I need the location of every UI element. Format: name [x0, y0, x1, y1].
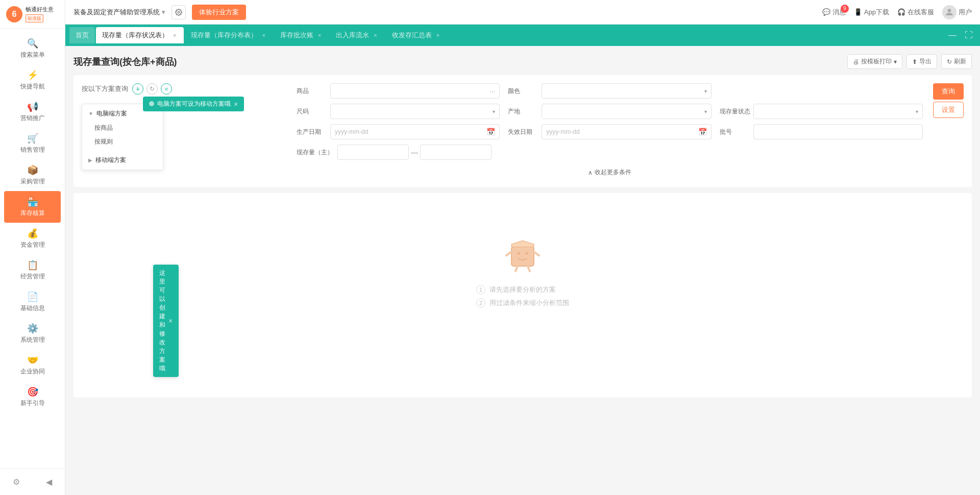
filter-area: 按以下方案查询 + ↻ « 电脑方案可设为移动方案哦 [74, 75, 972, 187]
color-select[interactable]: ▾ [542, 83, 711, 99]
batch-no-filter-row: 批号 [720, 124, 923, 139]
chevron-down-icon: ▾ [704, 109, 707, 114]
expiry-date-input[interactable]: yyyy-mm-dd 📅 [542, 124, 711, 139]
tab-inventory-status[interactable]: 现存量（库存状况表） × [96, 27, 184, 43]
reset-button[interactable]: 设置 [933, 102, 964, 118]
goods-overflow-icon[interactable]: ··· [489, 87, 495, 95]
collapse-sidebar-button[interactable]: ◀ [42, 475, 56, 489]
page-actions: 🖨 按模板打印 ▾ ⬆ 导出 ↻ 刷新 [847, 54, 972, 69]
tab-close-icon[interactable]: × [260, 32, 266, 39]
search-buttons-col: 查询 设置 [929, 83, 964, 179]
sidebar-item-inventory[interactable]: 🏪 库存核算 [4, 191, 61, 223]
sidebar-item-search[interactable]: 🔍 搜索菜单 [0, 33, 65, 64]
sidebar-item-label: 营销推广 [20, 114, 45, 123]
search-button[interactable]: 查询 [933, 83, 964, 100]
svg-point-3 [517, 252, 520, 255]
trial-button[interactable]: 体验行业方案 [192, 5, 246, 20]
sidebar-item-basic[interactable]: 📄 基础信息 [0, 286, 65, 318]
tab-close-icon[interactable]: × [435, 32, 441, 39]
notification-button[interactable]: 💬 消息 9 [822, 8, 846, 17]
refresh-scheme-button[interactable]: ↻ [146, 83, 158, 95]
empty-state: 1 请先选择要分析的方案 2 用过滤条件来缩小分析范围 [74, 193, 972, 340]
chevron-up-icon: ∧ [588, 169, 593, 176]
tab-inout-flow[interactable]: 出入库流水 × [330, 27, 384, 43]
svg-point-0 [178, 11, 180, 13]
tab-recv-summary[interactable]: 收发存汇总表 × [386, 27, 447, 43]
tab-minimize-button[interactable]: — [945, 28, 960, 42]
batch-no-input[interactable] [753, 124, 923, 139]
filter-label: 按以下方案查询 [82, 84, 128, 93]
refresh-button[interactable]: ↻ 刷新 [941, 54, 972, 69]
inventory-status-filter-row: 现存量状态 ▾ [720, 104, 923, 119]
tab-close-icon[interactable]: × [172, 32, 178, 39]
tab-home[interactable]: 首页 [69, 27, 95, 43]
sidebar-item-label: 企业协同 [20, 367, 45, 376]
sidebar-item-system[interactable]: ⚙️ 系统管理 [0, 318, 65, 349]
tab-label: 现存量（库存状况表） [102, 31, 168, 40]
close-edit-tooltip-button[interactable]: × [168, 317, 173, 325]
sidebar-item-sales[interactable]: 🛒 销售管理 [0, 128, 65, 159]
top-header: 装备及固定资产辅助管理系统 ▾ 体验行业方案 💬 消息 9 📱 App下载 🎧 … [65, 0, 980, 25]
sidebar-item-guide[interactable]: ⚡ 快捷导航 [0, 64, 65, 96]
print-button[interactable]: 🖨 按模板打印 ▾ [847, 54, 902, 69]
tab-inventory-dist[interactable]: 现存量（库存分布表） × [185, 27, 273, 43]
refresh-label: 刷新 [954, 57, 966, 66]
sidebar-item-marketing[interactable]: 📢 营销推广 [0, 96, 65, 128]
tab-close-icon[interactable]: × [316, 32, 323, 39]
app-download-button[interactable]: 📱 App下载 [854, 8, 889, 17]
collapse-filter-button[interactable]: ∧ 收起更多条件 [297, 166, 923, 179]
sidebar-item-label: 经营管理 [20, 272, 45, 281]
size-filter-row: 尺码 ▾ [297, 104, 500, 119]
sidebar-item-label: 新手引导 [20, 399, 45, 408]
svg-line-6 [534, 252, 539, 255]
sidebar-item-enterprise[interactable]: 🤝 企业协同 [0, 349, 65, 381]
size-select[interactable]: ▾ [330, 104, 500, 119]
mobile-scheme-header[interactable]: ▶ 移动端方案 [82, 153, 163, 168]
scheme-item[interactable]: 按规则 [82, 135, 163, 149]
page-header: 现存量查询(按仓库+商品) 🖨 按模板打印 ▾ ⬆ 导出 ↻ 刷新 [74, 54, 972, 69]
tab-batch-ledger[interactable]: 库存批次账 × [274, 27, 329, 43]
finance-icon: 💰 [27, 228, 38, 239]
sidebar-item-operations[interactable]: 📋 经营管理 [0, 254, 65, 286]
sidebar-item-purchase[interactable]: 📦 采购管理 [0, 159, 65, 191]
edit-scheme-tooltip-text: 这里可以创建和修改方案哦 [159, 269, 165, 373]
calendar-icon: 📅 [486, 128, 495, 136]
online-support-button[interactable]: 🎧 在线客服 [897, 8, 934, 17]
system-settings-button[interactable] [172, 5, 186, 19]
production-date-input[interactable]: yyyy-mm-dd 📅 [330, 124, 500, 139]
collapse-scheme-button[interactable]: « [161, 83, 172, 95]
inventory-main-max-input[interactable] [420, 145, 492, 160]
system-selector[interactable]: 装备及固定资产辅助管理系统 ▾ [74, 8, 165, 17]
close-scheme-tooltip-button[interactable]: × [234, 100, 238, 108]
range-separator: — [411, 148, 418, 156]
inventory-main-min-input[interactable] [337, 145, 409, 160]
header-left: 装备及固定资产辅助管理系统 ▾ 体验行业方案 [74, 5, 246, 20]
tab-maximize-button[interactable]: ⛶ [962, 28, 976, 42]
inventory-status-label: 现存量状态 [720, 107, 750, 116]
logo-text: 畅通好生意 标准版 [26, 6, 54, 23]
svg-line-8 [528, 266, 530, 271]
user-menu-button[interactable]: 用户 [942, 5, 972, 19]
main-content: 装备及固定资产辅助管理系统 ▾ 体验行业方案 💬 消息 9 📱 App下载 🎧 … [65, 0, 980, 495]
batch-no-label: 批号 [720, 128, 750, 136]
purchase-icon: 📦 [27, 164, 38, 176]
settings-button[interactable]: ⚙ [9, 475, 24, 489]
logo-icon: 6 [6, 6, 22, 22]
export-button[interactable]: ⬆ 导出 [906, 54, 937, 69]
tab-label: 出入库流水 [336, 31, 369, 40]
tab-close-icon[interactable]: × [372, 32, 378, 39]
tab-bar: 首页 现存量（库存状况表） × 现存量（库存分布表） × 库存批次账 × 出入库… [65, 25, 980, 46]
origin-select[interactable]: ▾ [542, 104, 711, 119]
production-date-placeholder: yyyy-mm-dd [335, 128, 368, 135]
export-label: 导出 [919, 57, 932, 66]
guide-icon: ⚡ [27, 69, 38, 81]
inventory-status-select[interactable]: ▾ [753, 104, 923, 119]
add-scheme-button[interactable]: + [132, 83, 143, 95]
sidebar-item-finance[interactable]: 💰 资金管理 [0, 223, 65, 254]
desktop-scheme-label: 电脑端方案 [96, 109, 127, 118]
tab-label: 库存批次账 [280, 31, 313, 40]
page-content: 现存量查询(按仓库+商品) 🖨 按模板打印 ▾ ⬆ 导出 ↻ 刷新 [65, 46, 980, 495]
sidebar-item-newbie[interactable]: 🎯 新手引导 [0, 381, 65, 413]
scheme-item[interactable]: 按商品 [82, 121, 163, 135]
svg-point-4 [525, 252, 528, 255]
